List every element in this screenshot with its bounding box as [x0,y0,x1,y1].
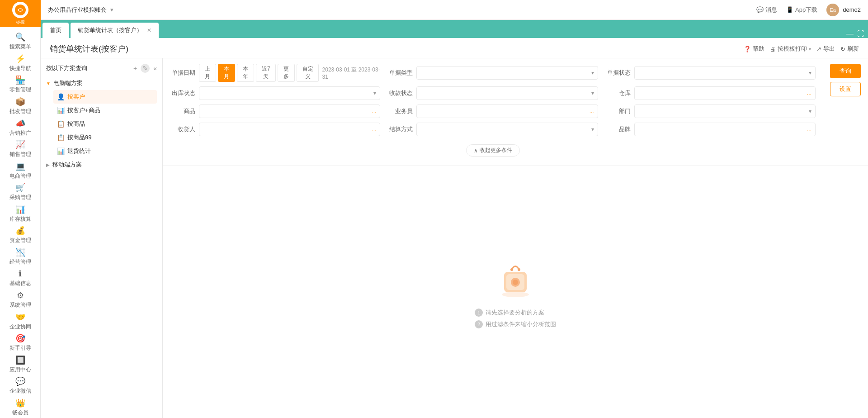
top-header: 办公用品行业模拟账套 ▾ 💬 消息 📱 App下载 Ea demo2 [41,0,868,20]
sidebar-item-ecommerce[interactable]: 💻 电商管理 [0,160,41,181]
warehouse-control[interactable]: ... [634,86,816,100]
export-btn[interactable]: ↗ 导出 [816,45,835,53]
salesperson-control[interactable]: ... [416,104,598,118]
tab-stats[interactable]: 销货单统计表（按客户） ✕ [71,23,159,38]
collect-status-label: 收款状态 [387,89,413,97]
date-btn-this-year[interactable]: 本年 [237,64,254,82]
tab-minimize-icon[interactable]: — [846,30,854,38]
doc-status-control[interactable]: ▾ [634,66,816,80]
date-btn-custom[interactable]: 自定义 [297,64,318,82]
scheme-section-header-desktop[interactable]: ▼ 电脑端方案 [46,76,157,90]
tab-maximize-icon[interactable]: ⛶ [857,30,864,38]
sidebar-item-finance[interactable]: 💰 资金管理 [0,225,41,246]
print-btn[interactable]: 🖨 按模板打印 ▾ [770,45,811,53]
user-name[interactable]: demo2 [843,6,861,13]
stats-tab-label: 销货单统计表（按客户） [78,26,142,34]
settlement-control[interactable]: ▾ [416,123,598,136]
sidebar-item-member[interactable]: 👑 畅会员 [0,397,41,418]
scheme-panel-icons: + ✎ « [133,64,157,73]
logo[interactable]: 标搜 [0,0,41,27]
scheme-item-label-return-stats: 退货统计 [67,147,91,155]
message-label: 消息 [765,6,777,14]
print-dropdown-icon[interactable]: ▾ [809,47,811,52]
app-download-btn[interactable]: 📱 App下载 [786,6,817,14]
date-btn-last-month[interactable]: 上月 [199,64,216,82]
help-label: 帮助 [753,45,764,53]
sidebar-item-purchase[interactable]: 🛒 采购管理 [0,182,41,203]
query-button[interactable]: 查询 [830,64,861,78]
message-btn[interactable]: 💬 消息 [756,6,777,14]
filter-table-area: 单据日期 上月 本月 本年 近7天 更多 自定义 [163,58,868,418]
inventory-icon: 📊 [15,204,25,214]
doc-type-control[interactable]: ▾ [416,66,598,80]
collapse-btn[interactable]: ∧ 收起更多条件 [466,144,520,157]
consignee-control[interactable]: ... [199,123,380,136]
scheme-item-return-stats[interactable]: 📊 退货统计 [53,144,157,158]
export-icon: ↗ [816,46,821,52]
sidebar-item-search[interactable]: 🔍 搜索菜单 [0,31,41,52]
department-control[interactable]: ▾ [634,104,816,118]
app-title-text: 办公用品行业模拟账套 [48,6,107,14]
empty-tip-1: 1 请先选择要分析的方案 [475,309,556,317]
product-control[interactable]: ... [199,104,380,118]
sidebar-item-newuser[interactable]: 🎯 新手引导 [0,332,41,353]
app-dropdown-icon[interactable]: ▾ [110,6,113,13]
tab-close-icon[interactable]: ✕ [147,27,151,33]
user-section: Ea demo2 [826,4,861,16]
sidebar-item-marketing[interactable]: 📣 营销推广 [0,117,41,138]
date-btn-more[interactable]: 更多 [278,64,295,82]
sidebar-item-wholesale[interactable]: 📦 批发管理 [0,96,41,117]
enterprise-icon: 🤝 [15,312,25,322]
sidebar-item-basic[interactable]: ℹ 基础信息 [0,268,41,289]
scheme-add-icon[interactable]: + [133,65,137,72]
scheme-item-by-product-99[interactable]: 📋 按商品99 [53,131,157,144]
salesperson-dots: ... [590,108,594,114]
sidebar-item-label: 基础信息 [9,280,31,287]
refresh-btn[interactable]: ↻ 刷新 [840,45,859,53]
product-field-item: 商品 ... [170,104,380,118]
scheme-edit-icon[interactable]: ✎ [141,64,150,73]
sidebar-item-operations[interactable]: 📉 经营管理 [0,247,41,267]
export-label: 导出 [823,45,835,53]
sidebar-item-enterprise[interactable]: 🤝 企业协同 [0,311,41,332]
doc-status-chevron-icon: ▾ [809,70,811,76]
sidebar-item-shortcuts[interactable]: ⚡ 快捷导航 [0,53,41,74]
settings-button[interactable]: 设置 [830,82,861,96]
scheme-collapse-icon[interactable]: « [153,65,157,72]
sidebar-item-wechat[interactable]: 💬 企业微信 [0,375,41,396]
scheme-item-by-customer-product[interactable]: 📊 按客户+商品 [53,104,157,117]
ecommerce-icon: 💻 [15,162,25,171]
empty-tip-2: 2 用过滤条件来缩小分析范围 [475,320,556,328]
sidebar-item-inventory[interactable]: 📊 库存核算 [0,204,41,224]
scheme-item-by-product[interactable]: 📋 按商品 [53,117,157,131]
scheme-item-by-customer[interactable]: 👤 按客户 [53,90,157,104]
app-title: 办公用品行业模拟账套 ▾ [48,6,113,14]
sidebar-item-retail[interactable]: 🏪 零售管理 [0,74,41,95]
sidebar-item-label: 电商管理 [9,172,31,180]
out-status-control[interactable]: ▾ [199,86,380,100]
sidebar-item-sales[interactable]: 📈 销售管理 [0,139,41,160]
brand-control[interactable]: ... [634,123,816,136]
print-label: 按模板打印 [778,45,807,53]
marketing-icon: 📣 [15,119,25,128]
doc-status-field-item: 单据状态 ▾ [605,64,816,82]
collect-status-control[interactable]: ▾ [416,86,598,100]
scheme-section-header-mobile[interactable]: ▶ 移动端方案 [46,158,157,171]
tab-home[interactable]: 首页 [42,23,69,38]
settlement-label: 结算方式 [387,125,413,133]
out-status-chevron-icon: ▾ [373,90,376,96]
date-btn-this-month[interactable]: 本月 [218,64,235,82]
print-icon: 🖨 [770,46,776,52]
product-dots: ... [372,108,376,114]
sidebar-item-system[interactable]: ⚙ 系统管理 [0,290,41,310]
consignee-field-item: 收货人 ... [170,123,380,136]
settlement-field-item: 结算方式 ▾ [387,123,598,136]
retail-icon: 🏪 [15,75,25,85]
sidebar-item-label: 零售管理 [9,86,31,94]
avatar[interactable]: Ea [826,4,839,16]
help-btn[interactable]: ❓ 帮助 [744,45,764,53]
date-btn-last-7[interactable]: 近7天 [256,64,276,82]
empty-tips: 1 请先选择要分析的方案 2 用过滤条件来缩小分析范围 [475,309,556,328]
sidebar-item-appstore[interactable]: 🔲 应用中心 [0,354,41,375]
doc-type-label: 单据类型 [387,69,413,77]
